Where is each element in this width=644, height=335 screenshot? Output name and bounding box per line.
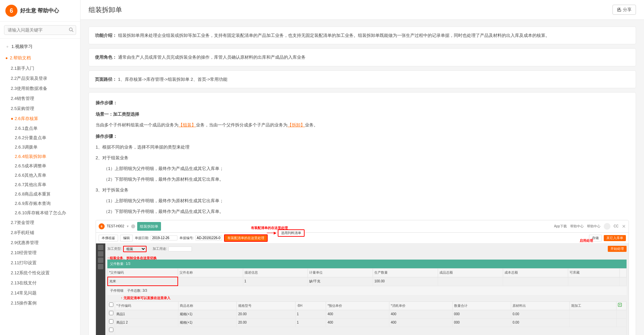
mock-date-input[interactable] (151, 235, 177, 240)
row2-check[interactable] (109, 319, 113, 324)
mock-form-row-type: 加工类型: 组装 拆卸 加工用途: (107, 245, 627, 252)
mock-upper-table-head: *父件编码 父件名称 描述信息 计量单位 生产数量 成品总额 成本总额 可库藏 (108, 269, 627, 277)
step3-1: （1）上部明细为父件明细，最终作为原材料生成其它出库单； (104, 197, 629, 205)
sidebar-item-ops[interactable]: 2.10经营管理 (0, 248, 80, 258)
td-qty: 100.00 (373, 277, 438, 286)
sidebar-item-stocktake[interactable]: 2.6.1盘点单 (0, 124, 80, 133)
mock-titlebar-left: 6 TEST-H002 ▼ 组装拆卸单 (99, 222, 161, 231)
sidebar-item-sales[interactable]: 2.4销售管理 (0, 94, 80, 104)
ltd-action2 (616, 319, 627, 327)
sidebar-item-cases[interactable]: 2.15操作案例 (0, 298, 80, 308)
expand-icon (618, 303, 622, 307)
td-code: 光米 (108, 277, 178, 286)
mock-bom-btn-wrap: 有装配清单的在这里处理 有装配清单的在这里处理 ——▶ 选用列料清单 (224, 234, 268, 242)
mock-body: 加工类型: 组装 拆卸 加工用途: (96, 243, 629, 335)
sidebar-item-stock-err[interactable]: 2.6.10库存账本错了怎么办 (0, 208, 80, 218)
th-col1: *父件编码 (108, 269, 178, 277)
nav-tree: ＋ 1.视频学习 ● 2.帮助文档 2.1新手入门 2.2产品安装及登录 2.3… (0, 39, 80, 335)
sidebar-item-inventory[interactable]: ● 2.6库存核算 (0, 114, 80, 124)
td-desc: 1 (243, 277, 308, 286)
share-button[interactable]: 分享 (612, 5, 636, 15)
lth-col10 (616, 302, 627, 310)
mock-tab: 组装拆卸单 (137, 222, 161, 231)
sidebar-item-purchase[interactable]: 2.5采购管理 (0, 104, 80, 114)
sidebar-item-docs[interactable]: ● 2.帮助文档 (0, 53, 80, 63)
row1-check[interactable] (109, 311, 113, 315)
search-button[interactable] (69, 27, 73, 33)
mock-date-label: 单据日期: (135, 235, 149, 241)
sidebar-item-finance[interactable]: 2.7资金管理 (0, 218, 80, 228)
sidebar-item-adjust[interactable]: 2.6.3调拨单 (0, 143, 80, 152)
mock-process-input[interactable] (168, 246, 192, 252)
link-disassemble[interactable]: 【拆卸】 (287, 122, 305, 127)
sidebar-item-print[interactable]: 2.11打印设置 (0, 258, 80, 268)
mock-other-in-btn[interactable]: 其它入库单 (604, 235, 626, 241)
sidebar-item-video[interactable]: ＋ 1.视频学习 (0, 41, 80, 52)
sidebar-item-other-in[interactable]: 2.6.6其他入库单 (0, 171, 80, 180)
path-text: 1、库存核算->库存管理->组装拆卸单 2、首页->常用功能 (118, 77, 228, 82)
mock-type-group: 加工类型: 组装 拆卸 (107, 245, 147, 252)
annotation-manual: ↑ 无固定清单可以直接在这里录入 (121, 295, 170, 301)
scene-title: 场景一：加工类型选择 (96, 110, 629, 119)
mock-docno-input[interactable] (195, 235, 222, 240)
sidebar-item-cost-adj[interactable]: 2.6.5成本调整单 (0, 161, 80, 171)
sidebar-item-sysconfig[interactable]: 2.12系统个性化设置 (0, 268, 80, 278)
td-cost (503, 277, 568, 286)
sidebar-item-online-pay[interactable]: 2.13在线支付 (0, 278, 80, 288)
sidebar-item-other-out[interactable]: 2.6.7其他出库单 (0, 180, 80, 189)
nav-sub-docs: 2.1新手入门 2.2产品安装及登录 2.3使用前数据准备 2.4销售管理 2.… (0, 63, 80, 308)
mock-upper-table-body: 光米 1 缺/千克 100.00 (108, 277, 627, 286)
mock-btn-edit[interactable]: 编辑 (120, 235, 133, 241)
nav-sub-sub-inventory: 2.6.1盘点单 2.6.2分量盘点单 2.6.3调拨单 2.6.4组装拆卸单 … (0, 124, 80, 218)
ltd-code2: 商品1 2 (115, 319, 178, 327)
mock-sidebar-icon2 (98, 251, 103, 257)
step3: 3、对于拆装业务 (96, 186, 629, 194)
check-all[interactable] (109, 302, 113, 307)
sidebar-item-newbie[interactable]: 2.1新手入门 (0, 63, 80, 73)
sidebar-item-split[interactable]: 2.6.2分量盘点单 (0, 133, 80, 143)
lth-col6: *消耗单价 (389, 302, 453, 310)
sidebar: 6 好生意 帮助中心 ＋ 1.视频学习 ● 2.帮助文档 (0, 0, 80, 335)
td-stock (568, 277, 620, 286)
mock-type-select[interactable]: 组装 拆卸 (123, 246, 147, 252)
mock-select-bom[interactable]: 选用列料清单 (278, 229, 305, 237)
mock-confirm-btn[interactable]: 开始处理 (608, 246, 627, 252)
mock-lower-table-head: *子件编码 商品名称 规格型号 ·BH *预估单价 *消耗单价 数量合计 原材料… (108, 302, 627, 310)
func-intro-block: 功能介绍： 组装拆卸单用来处理企业组装或拆卸等加工业务，支持有固定装配清单的产品… (89, 26, 636, 44)
lth-col2: 商品名称 (178, 302, 237, 310)
th-col7: 成本总额 (503, 269, 568, 277)
step3-2: （2）下部明细为子件明细，最终作为产成品生成其它入库单。 (104, 207, 629, 216)
lower-table-row-3 (108, 327, 627, 335)
mock-date-group: 单据日期: (135, 235, 177, 241)
screenshot-container: 6 TEST-H002 ▼ 组装拆卸单 App下载 帮助中心 帮助中心 (96, 220, 629, 335)
mock-settings-icon (131, 224, 135, 228)
lower-table-header-row: *子件编码 商品名称 规格型号 ·BH *预估单价 *消耗单价 数量合计 原材料… (108, 302, 627, 310)
search-input[interactable] (4, 25, 76, 35)
steps-sub-title: 操作步骤： (96, 132, 629, 141)
main-content: 组装拆卸单 分享 功能介绍： 组装拆卸单用来处理企业组装或拆卸等加工业务，支持有… (80, 0, 644, 335)
sidebar-item-faq[interactable]: 2.14常见问题 (0, 288, 80, 298)
sidebar-item-install[interactable]: 2.2产品安装及登录 (0, 73, 80, 83)
content-area: 功能介绍： 组装拆卸单用来处理企业组装或拆卸等加工业务，支持有固定装配清单的产品… (80, 20, 644, 335)
th-col4: 计量单位 (308, 269, 373, 277)
mock-bom-button[interactable]: 有装配清单的在这里处理 (224, 234, 268, 242)
link-assemble[interactable]: 【组装】 (178, 122, 196, 127)
table-row: 光米 1 缺/千克 100.00 (108, 277, 627, 286)
sidebar-item-assemble[interactable]: 2.6.4组装拆卸单 (0, 152, 80, 161)
mock-btn-newbill[interactable]: 本佛祖鉴 (99, 235, 118, 241)
search-area (0, 22, 80, 39)
sidebar-item-coupon[interactable]: 2.9优惠券管理 (0, 238, 80, 248)
sidebar-item-stock-query[interactable]: 2.6.9库存账本查询 (0, 199, 80, 208)
row3-check[interactable] (109, 328, 113, 332)
sidebar-item-mobile[interactable]: 2.8手机旺铺 (0, 228, 80, 238)
mock-logo-icon: 6 (99, 223, 105, 229)
lth-col7: 数量合计 (452, 302, 511, 310)
sidebar-item-data[interactable]: 2.3使用前数据准备 (0, 83, 80, 94)
td-unit: 缺/千克 (308, 277, 373, 286)
role-block: 使用角色： 通常由生产人员或库管人员完成拆装业务的操作，库管人员确认原材料的出库… (89, 48, 636, 66)
step2-1: （1）上部明细为父件明细，最终作为产成品生成其它入库单； (104, 164, 629, 173)
sidebar-item-cost-calc[interactable]: 2.6.8商品成本重算 (0, 189, 80, 199)
th-col2: 父件名称 (178, 269, 243, 277)
table-header-row: *父件编码 父件名称 描述信息 计量单位 生产数量 成品总额 成本总额 可库藏 (108, 269, 627, 277)
ltd-est2: 400 (326, 319, 389, 327)
